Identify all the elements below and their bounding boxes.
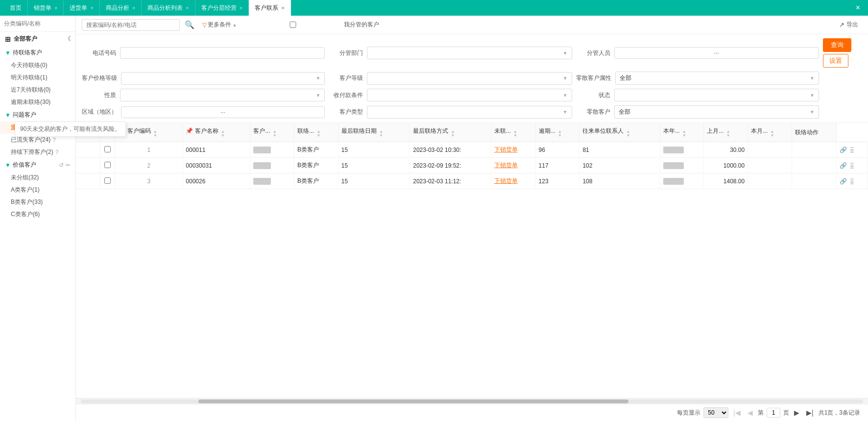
sidebar-item-class-b[interactable]: B类客户(33): [0, 196, 75, 208]
row-checkbox-2[interactable]: [104, 177, 111, 184]
edit-icon[interactable]: ✏: [66, 162, 71, 169]
nav-tab-customer-contact-close[interactable]: ×: [281, 5, 284, 11]
export-button[interactable]: ↗ 导出: [835, 19, 862, 31]
more-conditions-button[interactable]: ▽ 更多条件 ▲: [199, 19, 240, 31]
my-customers-checkbox[interactable]: [244, 22, 342, 28]
nav-tab-analysis[interactable]: 商品分析 ×: [100, 0, 142, 16]
last-method-sort[interactable]: ▲▼: [451, 130, 455, 138]
sidebar-item-today[interactable]: 今天待联络(0): [0, 59, 75, 72]
dept-select[interactable]: ▼: [367, 47, 572, 59]
prev-page-button[interactable]: ◀: [746, 409, 755, 417]
nav-tab-analysis-list-close[interactable]: ×: [186, 5, 189, 11]
search-button[interactable]: 🔍: [184, 19, 195, 30]
last-month-col-header[interactable]: 上月... ▲▼: [704, 123, 748, 142]
last-month-sort[interactable]: ▲▼: [726, 130, 730, 138]
customer-type-select[interactable]: ▼: [367, 106, 572, 119]
price-level-select[interactable]: ▼: [121, 72, 325, 85]
window-close-button[interactable]: ×: [852, 3, 864, 12]
nav-tab-customer-segment-close[interactable]: ×: [240, 5, 242, 11]
this-month-col-header[interactable]: 本月... ▲▼: [748, 123, 792, 142]
last-method-col-header[interactable]: 最后联络方式 ▲▼: [410, 123, 491, 142]
all-customers-label: 全部客户: [14, 35, 37, 43]
uncontacted-col-header[interactable]: 未联... ▲▼: [491, 123, 535, 142]
row-checkbox-1[interactable]: [104, 162, 111, 168]
nav-tab-customer-segment[interactable]: 客户分层经营 ×: [195, 0, 249, 16]
row-last-method[interactable]: 下销货单: [491, 158, 535, 173]
action-icon-link[interactable]: 🔗: [840, 162, 847, 169]
sidebar-item-class-a[interactable]: A类客户(1): [0, 184, 75, 196]
row-last-method[interactable]: 下销货单: [491, 142, 535, 158]
name-sort[interactable]: ▲▼: [221, 130, 225, 138]
row-uncontacted: 117: [535, 158, 579, 173]
row-last-method[interactable]: 下销货单: [491, 173, 535, 189]
nav-tab-home[interactable]: 首页: [4, 0, 28, 16]
last-date-col-header[interactable]: 最后联络日期 ▲▼: [338, 123, 410, 142]
sidebar-item-class-c[interactable]: C类客户(6): [0, 208, 75, 221]
this-year-col-header[interactable]: 本年... ▲▼: [660, 123, 704, 142]
sidebar-item-7days[interactable]: 近7天待联络(0): [0, 84, 75, 96]
search-input[interactable]: [82, 19, 180, 31]
sidebar-group-pending[interactable]: ▼ 待联络客户: [0, 46, 75, 59]
horizontal-scrollbar[interactable]: [76, 398, 868, 404]
uncontacted-sort[interactable]: ▲▼: [513, 130, 517, 138]
row-settings-cell: [76, 142, 100, 158]
this-year-sort[interactable]: ▲▼: [682, 130, 686, 138]
per-page-select[interactable]: 50 100 200: [703, 407, 728, 418]
contact2-col-header[interactable]: 往来单位联系人 ▲▼: [579, 123, 660, 142]
lost-label: 已流失客户(24): [11, 136, 50, 144]
type-sort[interactable]: ▲▼: [273, 130, 277, 138]
code-sort[interactable]: ▲▼: [153, 130, 157, 138]
filter-row-4: 区域（地区） ··· 客户类型 ▼ 零散客户 全部 ▼: [82, 105, 862, 119]
contact2-sort[interactable]: ▲▼: [627, 130, 630, 138]
nav-tab-purchase-close[interactable]: ×: [90, 5, 93, 11]
sidebar-item-tomorrow[interactable]: 明天待联络(1): [0, 72, 75, 84]
my-customers-checkbox-container[interactable]: 我分管的客户: [244, 21, 379, 29]
scrollbar-thumb[interactable]: [198, 399, 628, 403]
nav-tab-purchase[interactable]: 进货单 ×: [64, 0, 99, 16]
nav-tab-sales-close[interactable]: ×: [54, 5, 57, 11]
overdue-col-header[interactable]: 逾期... ▲▼: [535, 123, 579, 142]
manager-label: 分管人员: [576, 49, 610, 57]
settings-button[interactable]: 设置: [823, 54, 848, 68]
customer-level-label: 客户等级: [329, 74, 363, 82]
phone-input[interactable]: [120, 47, 325, 59]
region-dots-button[interactable]: ···: [121, 106, 325, 118]
pagination-bar: 每页显示 50 100 200 |◀ ◀ 第 1 页 ▶ ▶| 共1页，3条记录: [76, 404, 868, 421]
action-icon-more[interactable]: ⣿: [850, 178, 854, 185]
nav-tab-customer-contact[interactable]: 客户联系 ×: [249, 0, 290, 16]
sidebar-group-problem[interactable]: ▼ 问题客户: [0, 108, 75, 122]
customer-level-select[interactable]: ▼: [367, 72, 572, 85]
nature-select[interactable]: ▼: [120, 89, 325, 101]
sidebar-item-overdue[interactable]: 逾期未联络(30): [0, 96, 75, 108]
action-icon-more[interactable]: ⣿: [850, 147, 854, 153]
next-page-button[interactable]: ▶: [792, 409, 801, 417]
this-month-sort[interactable]: ▲▼: [771, 130, 774, 138]
first-page-button[interactable]: |◀: [731, 409, 743, 417]
retail-attr-select[interactable]: 全部 ▼: [615, 72, 819, 85]
action-icon-link[interactable]: 🔗: [840, 178, 847, 185]
nav-tab-sales[interactable]: 销货单 ×: [28, 0, 64, 16]
sidebar-all-customers[interactable]: ⊞ 全部客户 《: [0, 32, 75, 46]
query-button[interactable]: 查询: [823, 38, 851, 52]
row-checkbox-0[interactable]: [104, 146, 111, 152]
last-date-sort[interactable]: ▲▼: [379, 130, 383, 138]
manager-dots-button[interactable]: ···: [614, 47, 819, 59]
sidebar-item-ungrouped[interactable]: 未分组(32): [0, 172, 75, 184]
type-col-header[interactable]: 客户... ▲▼: [250, 123, 294, 142]
contact-col-header[interactable]: 联络... ▲▼: [294, 123, 338, 142]
status-select[interactable]: ▼: [614, 89, 819, 101]
sidebar-item-declining[interactable]: 持续下滑客户(2) ?: [0, 146, 75, 158]
payment-select[interactable]: ▼: [367, 89, 572, 101]
sidebar-group-value[interactable]: ▼ 价值客户 ↺ ✏: [0, 158, 75, 172]
nav-tab-analysis-list[interactable]: 商品分析列表 ×: [142, 0, 195, 16]
contact-sort[interactable]: ▲▼: [316, 130, 320, 138]
refresh-icon[interactable]: ↺: [59, 162, 64, 169]
name-col-header[interactable]: 📌 客户名称 ▲▼: [183, 123, 250, 142]
nav-tab-analysis-close[interactable]: ×: [132, 5, 135, 11]
retail-select[interactable]: 全部 ▼: [614, 105, 819, 119]
action-icon-link[interactable]: 🔗: [840, 147, 847, 153]
last-page-button[interactable]: ▶|: [804, 409, 816, 417]
action-icon-more[interactable]: ⣿: [850, 162, 854, 169]
overdue-sort[interactable]: ▲▼: [558, 130, 562, 138]
sidebar-search-input[interactable]: [4, 20, 76, 27]
